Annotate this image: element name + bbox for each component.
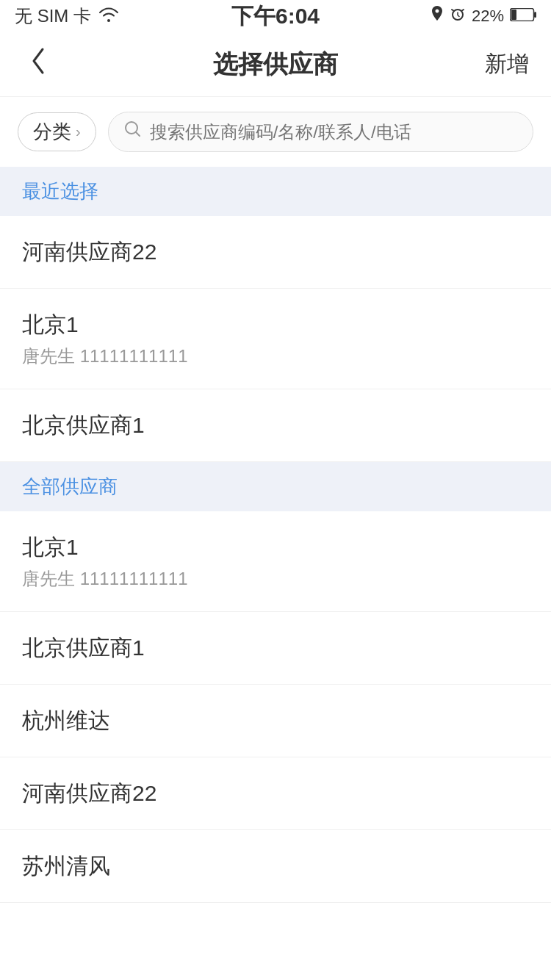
recent-list-item[interactable]: 河南供应商22 <box>0 216 551 289</box>
status-right: 22% <box>431 6 536 26</box>
filter-bar: 分类 › <box>0 97 551 167</box>
item-sub: 唐先生 11111111111 <box>22 345 529 368</box>
item-name: 河南供应商22 <box>22 237 529 267</box>
chevron-right-icon: › <box>76 123 81 140</box>
status-left: 无 SIM 卡 <box>15 4 119 28</box>
all-section-header: 全部供应商 <box>0 462 551 511</box>
all-list-item[interactable]: 北京供应商1 <box>0 612 551 685</box>
page-title: 选择供应商 <box>213 48 338 82</box>
status-time: 下午6:04 <box>231 1 320 32</box>
svg-rect-3 <box>511 10 516 20</box>
wifi-icon <box>98 6 119 26</box>
search-input[interactable] <box>150 122 518 143</box>
recent-list: 河南供应商22北京1唐先生 11111111111北京供应商1 <box>0 216 551 462</box>
all-list: 北京1唐先生 11111111111北京供应商1杭州维达河南供应商22苏州清风 <box>0 511 551 903</box>
all-list-item[interactable]: 杭州维达 <box>0 685 551 757</box>
svg-rect-2 <box>534 12 536 18</box>
category-label: 分类 <box>33 119 71 145</box>
item-name: 杭州维达 <box>22 705 529 736</box>
item-name: 北京1 <box>22 309 529 340</box>
alarm-icon <box>450 6 466 26</box>
carrier-label: 无 SIM 卡 <box>15 4 91 28</box>
recent-list-item[interactable]: 北京1唐先生 11111111111 <box>0 289 551 389</box>
item-name: 河南供应商22 <box>22 778 529 809</box>
item-name: 北京1 <box>22 532 529 563</box>
battery-icon <box>510 7 536 26</box>
recent-section-header: 最近选择 <box>0 167 551 216</box>
category-button[interactable]: 分类 › <box>18 112 96 151</box>
item-sub: 唐先生 11111111111 <box>22 567 529 591</box>
back-button[interactable] <box>22 39 54 90</box>
recent-list-item[interactable]: 北京供应商1 <box>0 389 551 462</box>
add-button[interactable]: 新增 <box>485 49 529 79</box>
status-bar: 无 SIM 卡 下午6:04 22% <box>0 0 551 32</box>
nav-bar: 选择供应商 新增 <box>0 32 551 97</box>
search-box[interactable] <box>108 112 533 152</box>
all-list-item[interactable]: 北京1唐先生 11111111111 <box>0 511 551 612</box>
item-name: 苏州清风 <box>22 851 529 882</box>
location-icon <box>431 6 444 26</box>
all-list-item[interactable]: 河南供应商22 <box>0 757 551 830</box>
search-icon <box>123 120 143 144</box>
battery-label: 22% <box>472 7 504 26</box>
all-list-item[interactable]: 苏州清风 <box>0 830 551 903</box>
item-name: 北京供应商1 <box>22 410 529 441</box>
item-name: 北京供应商1 <box>22 633 529 663</box>
